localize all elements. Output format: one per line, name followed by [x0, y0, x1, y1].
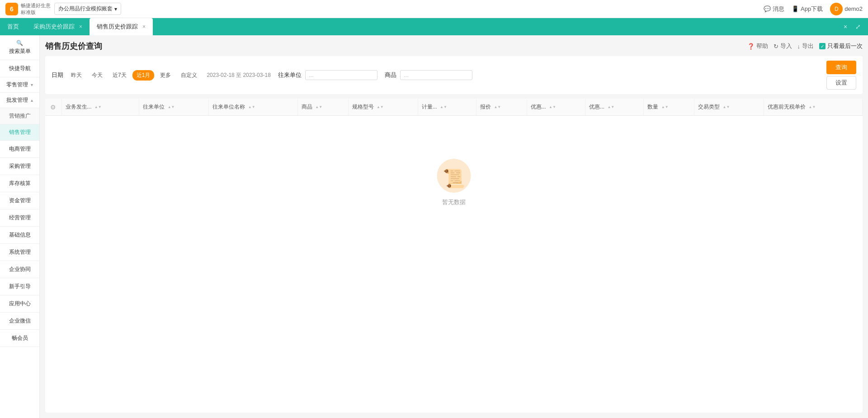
export-button[interactable]: ↓ 导出	[797, 42, 814, 50]
date-btn-today[interactable]: 今天	[88, 70, 107, 81]
sidebar-item-sales-mgmt[interactable]: 销售管理	[0, 124, 39, 141]
page-title: 销售历史价查询	[45, 41, 102, 52]
sidebar-item-search[interactable]: 🔍 搜索菜单	[0, 35, 39, 60]
sidebar-basic-label: 基础信息	[9, 231, 31, 239]
tab-sales-close[interactable]: ×	[142, 24, 146, 30]
date-btn-custom[interactable]: 自定义	[177, 70, 201, 81]
th-trade-type[interactable]: 交易类型 ▲▼	[694, 99, 764, 116]
sidebar-item-app-center[interactable]: 应用中心	[0, 295, 39, 313]
maximize-window-button[interactable]: ⤢	[854, 22, 863, 31]
th-settings: ⚙	[45, 99, 61, 116]
sidebar-item-quicknav[interactable]: 快捷导航	[0, 60, 39, 77]
message-icon: 💬	[764, 5, 771, 12]
help-button[interactable]: ❓ 帮助	[747, 42, 768, 50]
th-biz-date[interactable]: 业务发生... ▲▼	[61, 99, 139, 116]
sidebar-item-ecommerce[interactable]: 电商管理	[0, 141, 39, 158]
sort-icon: ▲▼	[549, 105, 556, 109]
sidebar-item-retail[interactable]: 零售管理 ▾	[0, 77, 39, 93]
user-menu[interactable]: D demo2	[830, 3, 863, 15]
sidebar-item-purchase[interactable]: 采购管理	[0, 158, 39, 175]
th-quantity[interactable]: 数量 ▲▼	[644, 99, 694, 116]
data-table: ⚙ 业务发生... ▲▼ 往来单位 ▲▼ 往来单位名称 ▲▼	[45, 99, 863, 242]
sidebar-item-inventory[interactable]: 库存核算	[0, 175, 39, 192]
settings-button[interactable]: 设置	[826, 76, 856, 90]
close-window-button[interactable]: ×	[841, 22, 850, 31]
header-row: ⚙ 业务发生... ▲▼ 往来单位 ▲▼ 往来单位名称 ▲▼	[45, 99, 863, 116]
sidebar-item-finance[interactable]: 资金管理	[0, 192, 39, 209]
sidebar-retail-label: 零售管理	[6, 81, 28, 89]
top-bar-right: 💬 消息 📱 App下载 D demo2	[764, 3, 863, 15]
sidebar-search-label: 搜索菜单	[9, 48, 31, 55]
content-area: 销售历史价查询 ❓ 帮助 ↻ 导入 ↓ 导出 ✓ 只看最后一次	[40, 35, 868, 418]
sidebar-item-wholesale[interactable]: 批发管理 ▴	[0, 93, 39, 108]
th-discount2[interactable]: 优惠... ▲▼	[585, 99, 644, 116]
sidebar-item-enterprise[interactable]: 企业协同	[0, 261, 39, 278]
date-filter-group: 日期 昨天 今天 近7天 近1月 更多 自定义 2023-02-18 至 202…	[52, 70, 271, 81]
gear-icon[interactable]: ⚙	[50, 104, 56, 111]
logo-text: 畅捷通好生意 标准版	[21, 2, 51, 15]
th-quoted-price[interactable]: 报价 ▲▼	[476, 99, 527, 116]
goods-label: 商品	[385, 71, 396, 79]
only-last-checkbox[interactable]: ✓ 只看最后一次	[819, 42, 863, 50]
export-icon: ↓	[797, 43, 801, 50]
filter-bar: 日期 昨天 今天 近7天 近1月 更多 自定义 2023-02-18 至 202…	[45, 56, 863, 94]
empty-state-row: 📜 暂无数据	[45, 116, 863, 243]
sidebar-purchase-label: 采购管理	[9, 162, 31, 170]
th-discount1[interactable]: 优惠... ▲▼	[527, 99, 585, 116]
sidebar-item-system[interactable]: 系统管理	[0, 244, 39, 261]
tab-sales-label: 销售历史价跟踪	[97, 23, 138, 31]
date-btn-7days[interactable]: 近7天	[108, 70, 131, 81]
sidebar-enterprise-label: 企业协同	[9, 266, 31, 273]
th-partner-code[interactable]: 往来单位 ▲▼	[139, 99, 209, 116]
sidebar-operations-label: 经营管理	[9, 214, 31, 222]
sidebar-item-basic[interactable]: 基础信息	[0, 227, 39, 244]
date-btn-1month[interactable]: 近1月	[132, 70, 155, 81]
tab-purchase[interactable]: 采购历史价跟踪 ×	[26, 18, 90, 35]
sort-icon: ▲▼	[440, 105, 447, 109]
sort-icon: ▲▼	[661, 105, 669, 109]
logo-area: 6 畅捷通好生意 标准版	[5, 2, 51, 15]
window-controls: × ⤢	[841, 22, 868, 31]
table-container: ⚙ 业务发生... ▲▼ 往来单位 ▲▼ 往来单位名称 ▲▼	[45, 99, 863, 413]
sort-icon: ▲▼	[248, 105, 255, 109]
import-button[interactable]: ↻ 导入	[774, 42, 792, 50]
query-button[interactable]: 查询	[826, 61, 856, 74]
th-unit[interactable]: 计量... ▲▼	[418, 99, 476, 116]
tab-sales[interactable]: 销售历史价跟踪 ×	[90, 18, 153, 35]
sidebar-item-member[interactable]: 畅会员	[0, 330, 39, 347]
company-name: 办公用品行业模拟账套	[58, 5, 113, 13]
th-pretax-price[interactable]: 优惠前无税单价 ▲▼	[764, 99, 863, 116]
tab-home[interactable]: 首页	[0, 18, 26, 35]
partner-input[interactable]: ...	[305, 70, 377, 80]
sort-icon: ▲▼	[722, 105, 730, 109]
top-bar-left: 6 畅捷通好生意 标准版 办公用品行业模拟账套 ▾	[5, 2, 121, 15]
sort-icon: ▲▼	[168, 105, 175, 109]
sidebar-wholesale-label: 批发管理	[6, 96, 28, 104]
sidebar-item-operations[interactable]: 经营管理	[0, 209, 39, 227]
checkbox-icon: ✓	[819, 43, 826, 49]
th-partner-name[interactable]: 往来单位名称 ▲▼	[209, 99, 298, 116]
goods-input[interactable]: ...	[400, 70, 472, 80]
chevron-up-icon: ▴	[31, 98, 33, 103]
search-icon: 🔍	[16, 40, 23, 46]
app-download-button[interactable]: 📱 App下载	[792, 5, 823, 13]
th-goods[interactable]: 商品 ▲▼	[297, 99, 348, 116]
th-spec[interactable]: 规格型号 ▲▼	[348, 99, 418, 116]
date-btn-more[interactable]: 更多	[156, 70, 175, 81]
goods-dots: ...	[404, 72, 409, 78]
import-icon: ↻	[774, 43, 778, 50]
tab-purchase-close[interactable]: ×	[79, 24, 82, 30]
sidebar-item-marketing[interactable]: 营销推广	[0, 108, 39, 124]
chevron-down-icon: ▾	[114, 6, 117, 12]
empty-image: 📜	[434, 152, 474, 193]
sidebar-item-wechat[interactable]: 企业微信	[0, 313, 39, 330]
sort-icon: ▲▼	[809, 105, 816, 109]
sidebar-item-guide[interactable]: 新手引导	[0, 278, 39, 295]
help-icon: ❓	[747, 43, 755, 50]
date-btn-yesterday[interactable]: 昨天	[67, 70, 86, 81]
message-button[interactable]: 💬 消息	[764, 5, 784, 13]
sort-icon: ▲▼	[607, 105, 614, 109]
page-header: 销售历史价查询 ❓ 帮助 ↻ 导入 ↓ 导出 ✓ 只看最后一次	[45, 41, 863, 52]
empty-text: 暂无数据	[442, 198, 466, 206]
company-selector[interactable]: 办公用品行业模拟账套 ▾	[54, 3, 121, 15]
